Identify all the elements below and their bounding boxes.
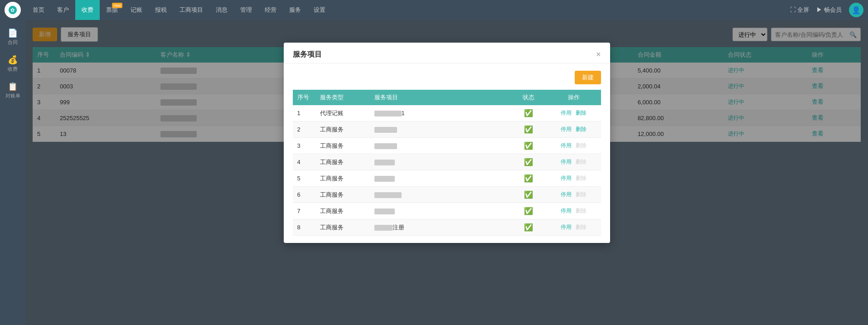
- money-icon: 💰: [3, 55, 22, 65]
- modal-table-row: 5 工商服务 ✅ 停用 删除: [293, 170, 601, 187]
- delete-button[interactable]: 删除: [576, 158, 587, 166]
- nav-settings[interactable]: 设置: [307, 0, 332, 20]
- nav-gongshang[interactable]: 工商项目: [173, 0, 209, 20]
- modal-table-row: 2 工商服务 ✅ 停用 删除: [293, 121, 601, 138]
- modal-cell-action: 停用 删除: [547, 203, 601, 219]
- stop-button[interactable]: 停用: [561, 158, 572, 166]
- stop-button[interactable]: 停用: [561, 191, 572, 199]
- delete-button[interactable]: 删除: [576, 207, 587, 215]
- top-navigation: ✿ 首页 客户 收费 票据 new 记账 报税 工商项目 消息 管理 经营 服务…: [0, 0, 868, 20]
- modal-cell-item: 1: [370, 105, 510, 121]
- nav-piao[interactable]: 票据 new: [100, 0, 124, 20]
- modal-cell-type: 工商服务: [315, 170, 370, 187]
- modal-cell-item: 注册: [370, 219, 510, 236]
- modal-col-action: 操作: [547, 90, 601, 105]
- modal-cell-status: ✅: [510, 170, 547, 187]
- modal-cell-status: ✅: [510, 154, 547, 170]
- nav-service[interactable]: 服务: [283, 0, 307, 20]
- modal-cell-type: 工商服务: [315, 121, 370, 138]
- modal-cell-action: 停用 删除: [547, 138, 601, 154]
- modal-cell-item: [370, 170, 510, 187]
- stop-button[interactable]: 停用: [561, 126, 572, 133]
- service-items-modal: 服务项目 × 新建 序号 服务类型 服务项目 状态 操作: [284, 43, 610, 243]
- modal-cell-type: 工商服务: [315, 187, 370, 203]
- modal-cell-type: 工商服务: [315, 203, 370, 219]
- app-logo: ✿: [5, 2, 21, 18]
- modal-cell-action: 停用 删除: [547, 170, 601, 187]
- sidebar-item-duizhang[interactable]: 📋 对账单: [1, 78, 24, 103]
- nav-tax[interactable]: 报税: [149, 0, 173, 20]
- modal-cell-status: ✅: [510, 203, 547, 219]
- modal-cell-status: ✅: [510, 219, 547, 236]
- nav-message[interactable]: 消息: [209, 0, 234, 20]
- modal-cell-action: 停用 删除: [547, 187, 601, 203]
- modal-cell-status: ✅: [510, 121, 547, 138]
- nav-ji[interactable]: 记账: [124, 0, 149, 20]
- modal-cell-seq: 4: [293, 154, 315, 170]
- modal-cell-type: 代理记账: [315, 105, 370, 121]
- modal-header: 服务项目 ×: [284, 43, 610, 63]
- list-icon: 📋: [3, 82, 22, 92]
- fullscreen-label[interactable]: ⛶ 全屏: [790, 6, 810, 14]
- service-items-table: 序号 服务类型 服务项目 状态 操作 1 代理记账 1 ✅ 停用 删除 2 工商…: [293, 90, 601, 236]
- modal-cell-status: ✅: [510, 187, 547, 203]
- modal-cell-seq: 1: [293, 105, 315, 121]
- stop-button[interactable]: 停用: [561, 207, 572, 215]
- delete-button[interactable]: 删除: [576, 126, 587, 133]
- modal-cell-item: [370, 187, 510, 203]
- document-icon: 📄: [3, 28, 22, 38]
- new-badge: new: [112, 3, 122, 8]
- modal-cell-seq: 2: [293, 121, 315, 138]
- modal-cell-seq: 3: [293, 138, 315, 154]
- modal-cell-item: [370, 138, 510, 154]
- stop-button[interactable]: 停用: [561, 142, 572, 150]
- stop-button[interactable]: 停用: [561, 223, 572, 231]
- stop-button[interactable]: 停用: [561, 175, 572, 182]
- delete-button[interactable]: 删除: [576, 109, 587, 117]
- delete-button[interactable]: 删除: [576, 142, 587, 150]
- modal-cell-seq: 7: [293, 203, 315, 219]
- top-nav-right: ⛶ 全屏 ▶ 畅会员 👤: [790, 3, 863, 17]
- modal-body: 新建 序号 服务类型 服务项目 状态 操作 1 代理记账: [284, 63, 610, 243]
- sidebar: 📄 合同 💰 收费 📋 对账单: [0, 20, 25, 325]
- modal-cell-status: ✅: [510, 138, 547, 154]
- nav-customer[interactable]: 客户: [51, 0, 75, 20]
- modal-cell-action: 停用 删除: [547, 105, 601, 121]
- sidebar-item-label: 合同: [3, 39, 22, 46]
- modal-cell-seq: 5: [293, 170, 315, 187]
- modal-cell-action: 停用 删除: [547, 219, 601, 236]
- modal-cell-status: ✅: [510, 105, 547, 121]
- modal-new-button[interactable]: 新建: [575, 71, 601, 84]
- delete-button[interactable]: 删除: [576, 175, 587, 182]
- modal-cell-type: 工商服务: [315, 138, 370, 154]
- member-label[interactable]: ▶ 畅会员: [816, 6, 842, 14]
- modal-col-item: 服务项目: [370, 90, 510, 105]
- svg-text:✿: ✿: [10, 7, 15, 13]
- modal-close-button[interactable]: ×: [596, 50, 601, 59]
- nav-shoufei[interactable]: 收费: [75, 0, 100, 20]
- sidebar-item-shoufei[interactable]: 💰 收费: [1, 51, 24, 76]
- modal-table-header: 序号 服务类型 服务项目 状态 操作: [293, 90, 601, 105]
- modal-cell-item: [370, 154, 510, 170]
- user-avatar[interactable]: 👤: [849, 3, 863, 17]
- modal-table-row: 3 工商服务 ✅ 停用 删除: [293, 138, 601, 154]
- modal-cell-action: 停用 删除: [547, 121, 601, 138]
- modal-cell-action: 停用 删除: [547, 154, 601, 170]
- delete-button[interactable]: 删除: [576, 223, 587, 231]
- modal-cell-type: 工商服务: [315, 219, 370, 236]
- modal-table-row: 4 工商服务 ✅ 停用 删除: [293, 154, 601, 170]
- delete-button[interactable]: 删除: [576, 191, 587, 199]
- modal-cell-item: [370, 203, 510, 219]
- nav-manage[interactable]: 管理: [234, 0, 258, 20]
- nav-home[interactable]: 首页: [26, 0, 51, 20]
- sidebar-item-hetong[interactable]: 📄 合同: [1, 24, 24, 49]
- content-area: 新增 服务项目 进行中 全部 已结束 🔍 序号 合同编码 ⇕: [25, 20, 868, 325]
- nav-finance[interactable]: 经营: [258, 0, 283, 20]
- modal-table-row: 8 工商服务 注册 ✅ 停用 删除: [293, 219, 601, 236]
- modal-table-row: 6 工商服务 ✅ 停用 删除: [293, 187, 601, 203]
- main-layout: 📄 合同 💰 收费 📋 对账单 新增 服务项目 进行中 全部 已结束: [0, 20, 868, 325]
- sidebar-item-label: 收费: [3, 66, 22, 73]
- modal-col-status: 状态: [510, 90, 547, 105]
- stop-button[interactable]: 停用: [561, 109, 572, 117]
- modal-toolbar: 新建: [293, 71, 601, 84]
